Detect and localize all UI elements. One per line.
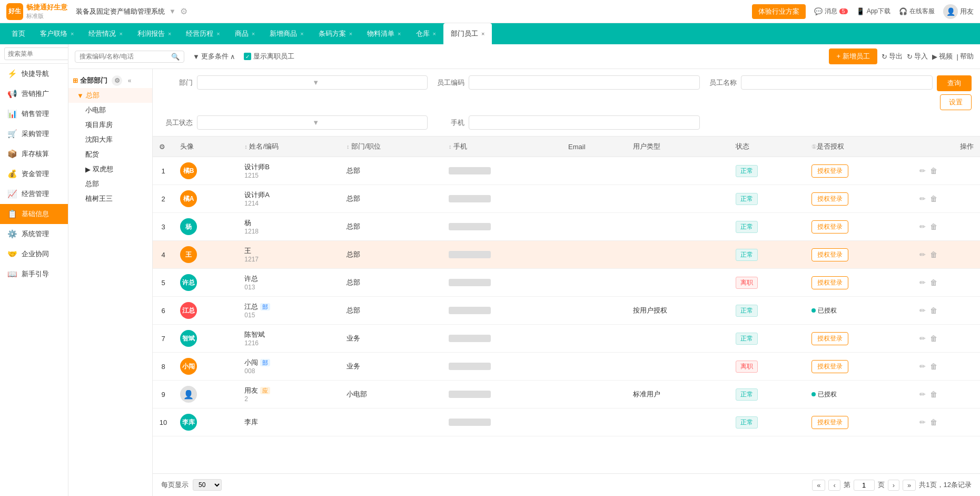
close-icon[interactable]: × xyxy=(398,31,401,37)
sidebar-item-finance[interactable]: 💰 资金管理 xyxy=(0,164,68,184)
add-employee-button[interactable]: + 新增员工 xyxy=(829,48,877,64)
dept-gear-icon[interactable]: ⚙ xyxy=(112,75,122,86)
auth-button[interactable]: 授权登录 xyxy=(811,248,848,261)
page-size-select[interactable]: 50 100 200 xyxy=(193,479,222,491)
tab-history[interactable]: 经营历程× xyxy=(179,23,227,44)
close-icon[interactable]: × xyxy=(168,31,171,37)
sidebar-search-input[interactable] xyxy=(4,47,68,60)
delete-icon[interactable]: 🗑 xyxy=(930,418,937,426)
sidebar-item-inventory[interactable]: 📦 库存核算 xyxy=(0,144,68,164)
show-resigned-checkbox[interactable]: ✓ xyxy=(244,53,251,60)
message-action[interactable]: 💬 消息 5 xyxy=(814,7,848,16)
page-number-input[interactable] xyxy=(854,480,875,491)
show-resigned-label[interactable]: ✓ 显示离职员工 xyxy=(244,52,294,61)
delete-icon[interactable]: 🗑 xyxy=(930,306,937,315)
sidebar-item-system[interactable]: ⚙️ 系统管理 xyxy=(0,224,68,244)
sidebar-item-quick-nav[interactable]: ⚡ 快捷导航 xyxy=(0,64,68,84)
edit-icon[interactable]: ✏ xyxy=(919,306,926,315)
dept-node-project[interactable]: 项目库房 xyxy=(81,118,152,132)
sidebar-item-base-info[interactable]: 📋 基础信息 xyxy=(0,204,68,224)
tab-dept-staff[interactable]: 部门员工× xyxy=(443,23,492,44)
close-icon[interactable]: × xyxy=(349,31,352,37)
edit-icon[interactable]: ✏ xyxy=(919,418,926,426)
delete-icon[interactable]: 🗑 xyxy=(930,222,937,231)
tab-barcode[interactable]: 条码方案× xyxy=(311,23,360,44)
dept-node-zhishu[interactable]: 植树王三 xyxy=(81,191,152,206)
dept-filter-select[interactable]: ▼ xyxy=(197,75,428,90)
close-icon[interactable]: × xyxy=(300,31,303,37)
sidebar-item-purchase[interactable]: 🛒 采购管理 xyxy=(0,124,68,144)
settings-icon[interactable]: ⚙ xyxy=(159,143,165,151)
view-button[interactable]: ▶ 视频 xyxy=(932,52,953,61)
last-page-button[interactable]: » xyxy=(903,480,916,491)
tab-home[interactable]: 首页 xyxy=(4,23,33,44)
collapse-button[interactable]: « xyxy=(124,75,135,86)
auth-button[interactable]: 授权登录 xyxy=(811,360,848,373)
user-action[interactable]: 👤 用友 xyxy=(943,4,974,19)
edit-icon[interactable]: ✏ xyxy=(919,167,926,175)
query-button[interactable]: 查询 xyxy=(937,75,972,91)
status-filter-select[interactable]: ▼ xyxy=(197,115,428,130)
dept-node-xiaodian[interactable]: 小电部 xyxy=(81,103,152,118)
close-icon[interactable]: × xyxy=(481,31,484,37)
dept-node-hq2[interactable]: 总部 xyxy=(81,177,152,191)
edit-icon[interactable]: ✏ xyxy=(919,194,926,203)
edit-icon[interactable]: ✏ xyxy=(919,222,926,231)
sidebar-item-marketing[interactable]: 📢 营销推广 xyxy=(0,84,68,104)
delete-icon[interactable]: 🗑 xyxy=(930,390,937,398)
tab-profit[interactable]: 利润报告× xyxy=(130,23,179,44)
sidebar-item-collab[interactable]: 🤝 企业协同 xyxy=(0,244,68,264)
export-button[interactable]: ↻ 导出 xyxy=(882,52,903,61)
system-title-dropdown-icon[interactable]: ▼ xyxy=(169,7,176,15)
auth-button[interactable]: 授权登录 xyxy=(811,276,848,289)
dept-node-shuanghu[interactable]: ▶ 双虎想 xyxy=(81,162,152,177)
delete-icon[interactable]: 🗑 xyxy=(930,167,937,175)
import-button[interactable]: ↻ 导入 xyxy=(907,52,928,61)
close-icon[interactable]: × xyxy=(433,31,436,37)
online-service-action[interactable]: 🎧 在线客服 xyxy=(899,7,935,16)
set-button[interactable]: 设置 xyxy=(940,94,972,110)
help-button[interactable]: | 帮助 xyxy=(957,52,974,61)
sidebar-item-operations[interactable]: 📈 经营管理 xyxy=(0,184,68,204)
close-icon[interactable]: × xyxy=(252,31,255,37)
auth-button[interactable]: 授权登录 xyxy=(811,332,848,345)
delete-icon[interactable]: 🗑 xyxy=(930,194,937,203)
tab-goods[interactable]: 商品× xyxy=(227,23,262,44)
edit-icon[interactable]: ✏ xyxy=(919,334,926,343)
edit-icon[interactable]: ✏ xyxy=(919,362,926,371)
tab-materials[interactable]: 物料清单× xyxy=(360,23,408,44)
dept-node-shenyang[interactable]: 沈阳大库 xyxy=(81,132,152,147)
phone-input[interactable] xyxy=(469,115,699,130)
emp-code-input[interactable] xyxy=(469,75,699,90)
tab-warehouse[interactable]: 仓库× xyxy=(409,23,443,44)
delete-icon[interactable]: 🗑 xyxy=(930,278,937,287)
tab-operation[interactable]: 经营情况× xyxy=(81,23,130,44)
search-input[interactable] xyxy=(80,53,169,60)
edit-icon[interactable]: ✏ xyxy=(919,390,926,398)
settings-icon[interactable]: ⚙ xyxy=(180,6,187,16)
close-icon[interactable]: × xyxy=(119,31,122,37)
auth-button[interactable]: 授权登录 xyxy=(811,164,848,178)
first-page-button[interactable]: « xyxy=(812,480,825,491)
prev-page-button[interactable]: ‹ xyxy=(828,480,840,491)
experience-button[interactable]: 体验行业方案 xyxy=(752,4,806,19)
emp-name-input[interactable] xyxy=(741,75,933,90)
auth-button[interactable]: 授权登录 xyxy=(811,220,848,234)
tab-new-goods[interactable]: 新增商品× xyxy=(262,23,311,44)
delete-icon[interactable]: 🗑 xyxy=(930,250,937,259)
edit-icon[interactable]: ✏ xyxy=(919,278,926,287)
delete-icon[interactable]: 🗑 xyxy=(930,362,937,371)
sidebar-item-guide[interactable]: 📖 新手引导 xyxy=(0,264,68,284)
auth-button[interactable]: 授权登录 xyxy=(811,192,848,206)
next-page-button[interactable]: › xyxy=(888,480,899,491)
sidebar-item-sales[interactable]: 📊 销售管理 xyxy=(0,104,68,124)
auth-button[interactable]: 授权登录 xyxy=(811,416,848,429)
dept-node-headquarter[interactable]: ▼ 总部 xyxy=(68,88,152,103)
delete-icon[interactable]: 🗑 xyxy=(930,334,937,343)
dept-node-distribution[interactable]: 配货 xyxy=(81,147,152,162)
app-download-action[interactable]: 📱 App下载 xyxy=(856,7,890,16)
close-icon[interactable]: × xyxy=(71,31,74,37)
tab-customer[interactable]: 客户联络× xyxy=(33,23,81,44)
edit-icon[interactable]: ✏ xyxy=(919,250,926,259)
close-icon[interactable]: × xyxy=(216,31,220,37)
